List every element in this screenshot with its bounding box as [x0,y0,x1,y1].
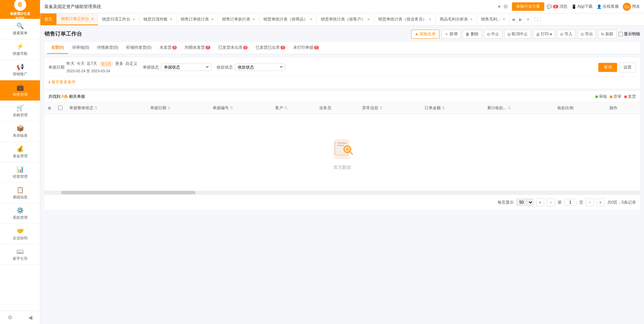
refresh-btn[interactable]: ↻ 刷新 [598,30,616,39]
expand-filter-btn[interactable]: ▾ 展开更多条件 [48,79,636,85]
page-prev-btn[interactable]: ‹ [547,198,555,206]
tab-close-btn[interactable]: ✕ [211,17,214,21]
date-1month[interactable]: 近1月 [99,61,114,67]
sidebar-item-operation[interactable]: 📊 经营管理 [0,162,40,183]
hscroll-thumb[interactable] [61,191,196,194]
tab-reconcile[interactable]: 钱货日清对账 ✕ [139,13,177,25]
subtab-all[interactable]: 全部(0) [47,42,68,54]
subtab-wangpu[interactable]: 旺铺待发货(0) [122,42,156,54]
sort-date-icon[interactable]: ⇅ [167,106,171,110]
tab-close-btn[interactable]: ✕ [470,17,473,21]
tab-expand-btn[interactable]: ⛶ [532,13,541,25]
add-btn[interactable]: ＋ 新增 [441,30,461,39]
sidebar-settings-btn[interactable]: ⚙ [8,314,12,321]
user-menu-btn[interactable]: Ea 用友 [623,3,640,11]
tab-nav-left-btn[interactable]: ◀ [510,13,517,25]
online-service-btn[interactable]: 👤 在线客服 [597,4,619,9]
tab-salesman-stat[interactable]: 销货单统计表（按业务员） ✕ [374,13,436,25]
tab-close-btn[interactable]: ✕ [252,17,255,21]
show-detail-input[interactable] [618,32,623,36]
tab-close-btn[interactable]: ✕ [310,17,312,21]
reject-btn[interactable]: 弃审 [610,94,621,99]
sidebar-item-nav[interactable]: ⚡ 快捷导航 [0,39,40,60]
sort-amount-icon[interactable]: ⇅ [442,106,445,110]
subtab-unprinted[interactable]: 未打印单据0 [289,42,323,54]
page-first-btn[interactable]: « [536,198,544,206]
tab-nav-right-btn[interactable]: ▶ [517,13,524,25]
subtab-unshipped[interactable]: 未发货0 [156,42,181,54]
tab-sales-stat[interactable]: 销售订单统计表 ✕ [177,13,218,25]
empty-illustration [329,134,356,161]
status-select[interactable]: 单据状态 [161,64,211,71]
tab-close-btn[interactable]: ✕ [367,17,370,21]
sort-number-icon[interactable]: ⇅ [230,106,233,110]
tab-sales-profit[interactable]: 销售毛利... ✕ [477,13,510,25]
tab-sales-exec[interactable]: 销售订单执行表 ✕ [218,13,259,25]
tab-home[interactable]: 首页 [40,13,57,25]
system-settings-btn[interactable]: ⚙ [503,3,508,10]
show-detail-checkbox[interactable]: 显示明细 [618,31,640,37]
query-btn[interactable]: 查询 [598,63,617,72]
subtab-pending-review[interactable]: 待审核(0) [68,42,93,54]
sidebar-item-inventory[interactable]: 📦 库存核算 [0,121,40,142]
tab-close-all-btn[interactable]: ✕ [524,13,532,25]
system-dropdown-btn[interactable]: ▾ [498,3,501,10]
app-download-btn[interactable]: 📱 App下载 [571,4,593,9]
hscroll-area[interactable] [44,191,640,195]
sidebar-item-basic[interactable]: 📋 基础信息 [0,183,40,203]
sidebar-item-guide[interactable]: 📖 新手引导 [0,244,40,265]
sidebar-item-search[interactable]: 🔍 搜索菜单 [0,19,40,39]
filter-setting-btn[interactable]: 设置 [619,63,636,72]
page-next-btn[interactable]: › [586,198,594,206]
sort-abnormal-icon[interactable]: ⇅ [379,106,383,110]
subtab-shipped-out[interactable]: 已发货已出库0 [252,42,289,54]
tab-profit-analysis[interactable]: 商品毛利分析表 ✕ [436,13,477,25]
message-btn[interactable]: 💬 6 消息 [547,4,567,9]
date-more[interactable]: 更多 [115,61,123,67]
sidebar-item-enterprise[interactable]: 🤝 企业协同 [0,224,40,244]
date-custom[interactable]: 自定义 [125,61,137,67]
delete-btn[interactable]: 🗑 删除 [463,30,482,39]
print-btn[interactable]: 🖨 打印 ▾ [533,30,555,39]
sidebar-item-marketing[interactable]: 📢 营销推广 [0,60,40,80]
tab-customer-stat[interactable]: 销货单统计表（按客户） ✕ [317,13,374,25]
sidebar-item-system[interactable]: ⚙️ 系统管理 [0,203,40,224]
subtab-pending-pick[interactable]: 待拣验货(0) [93,42,122,54]
tab-sales-order[interactable]: 销售订单工作台 ✕ [57,13,98,25]
select-all-checkbox[interactable] [58,106,62,110]
sidebar-collapse-btn[interactable]: ◀ [28,314,32,321]
subtab-overdue-unshipped[interactable]: 到期未发货0 [181,42,214,54]
approve-btn[interactable]: 审核 [595,94,607,99]
tab-close-btn[interactable]: ✕ [132,17,135,21]
stop-btn[interactable]: ⊙ 中止 [484,30,502,39]
import-btn[interactable]: ⊙ 导入 [557,30,575,39]
subtab-shipped-not-out[interactable]: 已发货未出库0 [214,42,252,54]
export-btn[interactable]: ⊙ 导出 [577,30,596,39]
sidebar-item-finance[interactable]: 💰 资金管理 [0,142,40,162]
tab-close-btn[interactable]: ✕ [170,17,172,21]
page-input[interactable] [564,199,576,206]
tab-close-btn[interactable]: ✕ [429,17,431,21]
date-today[interactable]: 今天 [77,61,85,67]
sort-customer-icon[interactable]: ⇅ [284,106,288,110]
tab-close-btn[interactable]: ✕ [503,17,505,21]
sort-status-icon[interactable]: ⇅ [94,106,98,110]
col-settings[interactable]: ⚙ [44,103,55,114]
page-last-btn[interactable]: » [597,198,605,206]
tab-close-btn[interactable]: ✕ [91,17,94,21]
date-7days[interactable]: 近7天 [87,61,97,67]
sort-accumulated-icon[interactable]: ⇅ [508,106,511,110]
ship-btn[interactable]: 发货 [624,94,636,99]
sidebar-item-purchase[interactable]: 🛒 采购管理 [0,101,40,121]
payment-select[interactable]: 收款状态 [235,64,285,71]
smart-generate-btn[interactable]: ★ 智能生单 [411,30,439,39]
cancel-stop-btn[interactable]: ◎ 取消中止 [504,30,531,39]
sidebar-item-sales[interactable]: 💼 销售管理 [0,80,40,101]
per-page-select[interactable]: 50 100 [516,199,533,206]
app-download-label: App下载 [577,4,593,9]
tab-daily-cash[interactable]: 钱货日清工作台 ✕ [98,13,139,25]
industry-solution-btn[interactable]: 体验行业方案 [512,2,544,11]
tab-goods-stat[interactable]: 销货单统计表（按商品） ✕ [259,13,317,25]
date-yesterday[interactable]: 昨天 [67,61,75,67]
sidebar-item-label: 经营管理 [13,174,28,179]
